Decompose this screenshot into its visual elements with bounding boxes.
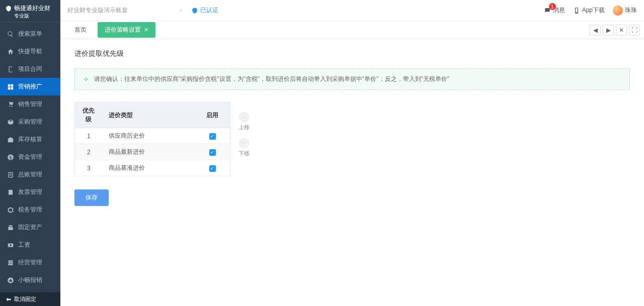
app-label: App下载 (582, 6, 605, 15)
chevron-up-icon: ︿ (239, 112, 249, 122)
search-icon (7, 31, 14, 38)
alert: ✧ 请您确认：往来单位中的供应商"采购报价含税"设置，为"含税"，取到进价后将自… (74, 68, 630, 90)
tab-close-all-button[interactable]: ✕ (616, 25, 627, 36)
sidebar-item-5[interactable]: 采购管理 (0, 113, 60, 131)
enable-checkbox[interactable]: ✓ (209, 133, 216, 140)
sidebar-item-4[interactable]: 销售管理 (0, 95, 60, 113)
content: 进价提取优先级 ✧ 请您确认：往来单位中的供应商"采购报价含税"设置，为"含税"… (60, 39, 644, 306)
sidebar-item-label: 工资 (18, 241, 30, 249)
col-type: 进价类型 (103, 103, 195, 128)
sidebar-item-label: 资金管理 (18, 153, 42, 161)
sidebar-item-label: 发票管理 (18, 188, 42, 196)
move-up-label: 上移 (238, 124, 250, 131)
tab-prev-button[interactable]: ◀ (590, 25, 601, 36)
cell-enable: ✓ (195, 144, 230, 160)
sidebar-item-11[interactable]: 固定资产 (0, 219, 60, 236)
sidebar-item-label: 营销推广 (18, 82, 42, 91)
enable-checkbox[interactable]: ✓ (209, 149, 216, 156)
move-up-button[interactable]: ︿ 上移 (238, 112, 250, 131)
save-button[interactable]: 保存 (74, 189, 109, 206)
cell-type: 供应商历史价 (103, 128, 195, 144)
sidebar-item-10[interactable]: 税务管理 (0, 201, 60, 219)
sidebar-item-15[interactable]: 基础信息 (0, 289, 60, 292)
brand: 畅捷通好业财 专业版 (0, 0, 60, 22)
table-row[interactable]: 3商品基准进价✓ (75, 160, 230, 176)
doc-icon (7, 66, 14, 73)
tabbar: 首页 进价策略设置 ✕ ◀ ▶ ✕ ⛶ (60, 21, 644, 39)
move-down-label: 下移 (238, 150, 250, 157)
brand-title: 畅捷通好业财 (14, 4, 50, 13)
sidebar-item-7[interactable]: 资金管理 (0, 148, 60, 166)
topbar: 好业财专业版演示账套 已认证 消息 1 App下载 (60, 0, 644, 21)
shield-icon (191, 7, 198, 14)
cart-icon (7, 101, 14, 108)
user-menu[interactable]: 珠珠 (613, 6, 637, 16)
sidebar-item-label: 项目合同 (18, 65, 42, 73)
table-body: 1供应商历史价✓2商品最新进价✓3商品基准进价✓ (75, 128, 230, 176)
warehouse-icon (7, 136, 14, 143)
fullscreen-button[interactable]: ⛶ (629, 25, 640, 36)
sidebar-item-0[interactable]: 搜索菜单 (0, 25, 60, 43)
tax-icon (7, 207, 14, 214)
grid-icon (7, 83, 14, 90)
enable-checkbox[interactable]: ✓ (209, 165, 216, 172)
sidebar-item-label: 库存核算 (18, 135, 42, 144)
info-icon: ✧ (83, 75, 89, 83)
table-row[interactable]: 1供应商历史价✓ (75, 128, 230, 144)
sidebar-item-label: 搜索菜单 (18, 30, 42, 38)
ledger-icon (7, 171, 14, 178)
sidebar-item-label: 快捷导航 (18, 47, 42, 56)
pin-label: 取消固定 (14, 295, 36, 303)
verified-text: 已认证 (200, 6, 218, 15)
asset-icon (7, 224, 14, 231)
alert-text: 请您确认：往来单位中的供应商"采购报价含税"设置，为"含税"，取到进价后将自动带… (94, 75, 449, 83)
sidebar-item-label: 小畅报销 (18, 276, 42, 284)
messages-button[interactable]: 消息 1 (544, 6, 565, 15)
money-icon (7, 154, 14, 161)
avatar (613, 6, 623, 16)
sidebar-item-12[interactable]: 工资 (0, 236, 60, 254)
table-row[interactable]: 2商品最新进价✓ (75, 144, 230, 160)
sidebar-item-label: 总账管理 (18, 170, 42, 179)
app-download-button[interactable]: App下载 (573, 6, 605, 15)
cell-enable: ✓ (195, 160, 230, 176)
sidebar-item-6[interactable]: 库存核算 (0, 131, 60, 148)
cell-priority: 1 (75, 128, 103, 144)
sidebar-item-2[interactable]: 项目合同 (0, 60, 60, 78)
tab-price-strategy[interactable]: 进价策略设置 ✕ (98, 22, 155, 38)
tab-next-button[interactable]: ▶ (603, 25, 614, 36)
invoice-icon (7, 189, 14, 196)
sidebar-item-13[interactable]: 经营管理 (0, 254, 60, 271)
sidebar-item-8[interactable]: 总账管理 (0, 166, 60, 183)
verified-badge[interactable]: 已认证 (191, 6, 218, 15)
manage-icon (7, 259, 14, 266)
sidebar-item-label: 采购管理 (18, 118, 42, 126)
main: 好业财专业版演示账套 已认证 消息 1 App下载 (60, 0, 644, 306)
pin-icon (5, 296, 12, 303)
sidebar-item-label: 经营管理 (18, 258, 42, 267)
priority-table: 优先级 进价类型 启用 1供应商历史价✓2商品最新进价✓3商品基准进价✓ (74, 102, 230, 176)
account-selector[interactable]: 好业财专业版演示账套 (67, 6, 183, 15)
phone-icon (573, 7, 580, 14)
pin-toggle[interactable]: 取消固定 (0, 292, 60, 306)
cell-type: 商品基准进价 (103, 160, 195, 176)
tab-home[interactable]: 首页 (67, 22, 94, 38)
sidebar-item-3[interactable]: 营销推广 (0, 78, 60, 95)
move-down-button[interactable]: ﹀ 下移 (238, 138, 250, 157)
sidebar-item-9[interactable]: 发票管理 (0, 183, 60, 201)
home-icon (7, 48, 14, 55)
section-title: 进价提取优先级 (74, 49, 630, 58)
tab-close-icon[interactable]: ✕ (144, 27, 148, 33)
sidebar-item-label: 销售管理 (18, 100, 42, 109)
brand-logo-icon (5, 5, 12, 12)
chevron-down-icon (178, 8, 183, 13)
col-priority: 优先级 (75, 103, 103, 128)
sidebar: 畅捷通好业财 专业版 搜索菜单快捷导航项目合同营销推广销售管理采购管理库存核算资… (0, 0, 60, 306)
sidebar-item-14[interactable]: 小畅报销 (0, 271, 60, 289)
account-name: 好业财专业版演示账套 (67, 6, 128, 15)
sidebar-item-1[interactable]: 快捷导航 (0, 43, 60, 60)
tab-active-label: 进价策略设置 (105, 26, 141, 34)
cell-priority: 2 (75, 144, 103, 160)
sidebar-item-label: 固定资产 (18, 223, 42, 232)
nav: 搜索菜单快捷导航项目合同营销推广销售管理采购管理库存核算资金管理总账管理发票管理… (0, 22, 60, 292)
